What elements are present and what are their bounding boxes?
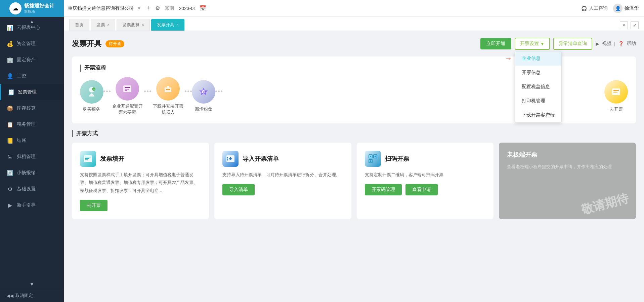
sidebar-item-inventory[interactable]: 📦 库存核算 bbox=[0, 100, 64, 116]
overlay-text: 敬请期待 bbox=[579, 190, 631, 219]
dropdown-item-tax-disk[interactable]: 配置税盘信息 bbox=[515, 80, 561, 94]
settings-icon[interactable]: ⚙ bbox=[155, 5, 160, 11]
close-tab-btn[interactable]: × bbox=[620, 21, 628, 29]
help-area: ▶ 视频 | ❓ 帮助 bbox=[596, 41, 636, 47]
sidebar-label-fixed-assets: 固定资产 bbox=[17, 57, 36, 63]
svg-rect-8 bbox=[166, 89, 168, 90]
import-method-desc: 支持导入待开票清单，可对待开票清单进行拆分、合并处理。 bbox=[222, 171, 343, 179]
fill-invoice-btn[interactable]: 去开票 bbox=[80, 200, 108, 211]
sidebar-label-archive: 归档管理 bbox=[17, 154, 36, 160]
settings-dropdown-arrow: ▼ bbox=[540, 41, 545, 46]
consult-btn[interactable]: 🎧 人工咨询 bbox=[581, 5, 608, 11]
scan-method-desc: 支持定制开票二维码，客户端可扫码开票 bbox=[365, 171, 486, 179]
flow-dots-3 bbox=[185, 90, 192, 102]
sidebar-scroll-up[interactable]: ▲ bbox=[0, 17, 64, 20]
status-badge: 待开通 bbox=[105, 40, 124, 47]
basic-settings-icon: ⚙ bbox=[7, 186, 13, 192]
dropdown-label-company-info: 企业信息 bbox=[522, 55, 541, 61]
page-actions: 立即开通 开票设置 ▼ 企业信息 开票信息 bbox=[480, 38, 636, 50]
sidebar-label-fund: 资金管理 bbox=[17, 41, 36, 47]
boss-method-header: 老板端开票 bbox=[507, 151, 628, 159]
settings-btn-wrapper: 开票设置 ▼ 企业信息 开票信息 配置税盘信息 bbox=[515, 38, 550, 50]
page-header-row: 发票开具 待开通 立即开通 开票设置 ▼ 企业信息 bbox=[72, 38, 636, 50]
import-invoice-icon bbox=[222, 151, 239, 167]
flow-step-go: 去开票 bbox=[604, 80, 628, 112]
page-title: 发票开具 bbox=[72, 39, 101, 49]
settings-btn[interactable]: 开票设置 ▼ bbox=[515, 38, 550, 50]
maximize-btn[interactable]: ⤢ bbox=[631, 21, 639, 29]
scan-code-btn[interactable]: 开票码管理 bbox=[365, 184, 402, 195]
cancel-fixed-btn[interactable]: ◀◀ 取消固定 bbox=[0, 289, 64, 302]
tab-invoice-open-close[interactable]: × bbox=[176, 23, 179, 27]
flow-step-taxdisk: 税 新增税盘 bbox=[192, 80, 215, 112]
tab-invoice-close[interactable]: × bbox=[107, 23, 110, 27]
flow-step-setup-label: 企业开通配置开票六要素 bbox=[111, 103, 144, 115]
dropdown-item-invoice-info[interactable]: 开票信息 bbox=[515, 66, 561, 80]
enable-btn[interactable]: 立即开通 bbox=[480, 38, 511, 49]
tab-invoice[interactable]: 发票 × bbox=[91, 19, 115, 31]
sidebar-label-payroll: 工资 bbox=[17, 73, 26, 79]
tab-home[interactable]: 首页 bbox=[69, 19, 89, 31]
calendar-icon[interactable]: 📅 bbox=[200, 5, 206, 11]
svg-rect-10 bbox=[167, 86, 169, 88]
tab-invoice-open[interactable]: 发票开具 × bbox=[151, 19, 184, 31]
sidebar-label-cloud-report: 云报表中心 bbox=[17, 25, 40, 31]
scroll-down-btn[interactable]: ▼ bbox=[0, 279, 64, 289]
sidebar: ▲ 📊 云报表中心 💰 资金管理 🏢 固定资产 👤 工资 🧾 发票管理 📦 库存… bbox=[0, 17, 64, 302]
methods-section-title: 开票方式 bbox=[72, 130, 636, 137]
buy-service-icon: + bbox=[80, 80, 103, 104]
user-area[interactable]: 👤 徐泽华 bbox=[613, 4, 639, 13]
sidebar-item-fund[interactable]: 💰 资金管理 bbox=[0, 36, 64, 52]
tab-invoice-open-label: 发票开具 bbox=[157, 22, 174, 28]
avatar: 👤 bbox=[613, 4, 622, 13]
flow-dots-2 bbox=[144, 90, 151, 102]
help-label[interactable]: 帮助 bbox=[627, 41, 636, 47]
add-tax-disk-icon: 税 bbox=[192, 80, 215, 104]
flow-step-buy-label: 购买服务 bbox=[83, 106, 100, 112]
tab-invoice-calc[interactable]: 发票测算 × bbox=[117, 19, 150, 31]
flow-step-go-label: 去开票 bbox=[610, 106, 623, 112]
sidebar-label-new-guide: 新手引导 bbox=[17, 202, 36, 208]
sidebar-label-inventory: 库存核算 bbox=[17, 105, 36, 111]
sidebar-item-invoice[interactable]: 🧾 发票管理 bbox=[0, 84, 64, 100]
separator: | bbox=[614, 41, 615, 46]
abnormal-btn[interactable]: 异常清单查询 bbox=[553, 38, 592, 50]
tax-icon: 📋 bbox=[7, 121, 13, 128]
settings-dropdown: 企业信息 开票信息 配置税盘信息 打印机管理 bbox=[515, 51, 562, 122]
add-btn[interactable]: + bbox=[144, 4, 152, 12]
flow-step-taxdisk-label: 新增税盘 bbox=[195, 106, 212, 112]
dropdown-item-printer[interactable]: 打印机管理 bbox=[515, 94, 561, 108]
tab-invoice-calc-close[interactable]: × bbox=[142, 23, 144, 27]
content-area: 首页 发票 × 发票测算 × 发票开具 × × ⤢ bbox=[64, 17, 644, 302]
svg-rect-7 bbox=[165, 87, 171, 92]
top-bar-right: 🎧 人工咨询 👤 徐泽华 bbox=[581, 4, 639, 13]
archive-icon: 🗂 bbox=[7, 153, 13, 160]
scan-method-title: 扫码开票 bbox=[385, 155, 409, 163]
sidebar-item-report-sales[interactable]: 🔄 小畅报销 bbox=[0, 165, 64, 181]
import-invoice-btn[interactable]: 导入清单 bbox=[222, 184, 255, 195]
view-application-btn[interactable]: 查看申请 bbox=[405, 184, 438, 195]
sidebar-item-archive[interactable]: 🗂 归档管理 bbox=[0, 149, 64, 165]
sidebar-item-new-guide[interactable]: ▶ 新手引导 bbox=[0, 197, 64, 213]
sidebar-item-fixed-assets[interactable]: 🏢 固定资产 bbox=[0, 52, 64, 68]
fill-method-desc: 支持按照发票样式手工填开发票；可开具增值税电子普通发票、增值税普通发票、增值税专… bbox=[80, 171, 201, 194]
svg-rect-9 bbox=[168, 89, 170, 90]
scan-invoice-icon bbox=[365, 151, 381, 167]
sidebar-item-cloud-report[interactable]: 📊 云报表中心 bbox=[0, 20, 64, 36]
fill-method-title: 发票填开 bbox=[100, 155, 124, 163]
sidebar-item-tax[interactable]: 📋 税务管理 bbox=[0, 116, 64, 133]
sidebar-item-basic-settings[interactable]: ⚙ 基础设置 bbox=[0, 181, 64, 197]
svg-text:税: 税 bbox=[203, 90, 206, 94]
top-bar-content: 重庆畅捷交通信息咨询有限公司 ▼ + ⚙ 账期 2023-01 📅 bbox=[62, 4, 577, 12]
sidebar-item-settlement[interactable]: 📒 结账 bbox=[0, 133, 64, 149]
sidebar-item-payroll[interactable]: 👤 工资 bbox=[0, 68, 64, 84]
video-label[interactable]: 视频 bbox=[602, 41, 611, 47]
svg-rect-26 bbox=[370, 156, 371, 157]
red-arrow-indicator: → bbox=[505, 54, 512, 63]
dropdown-item-download-client[interactable]: 下载开票客户端 bbox=[515, 108, 561, 122]
import-method-header: 导入开票清单 bbox=[222, 151, 343, 167]
company-dropdown-icon[interactable]: ▼ bbox=[137, 6, 141, 11]
dropdown-label-invoice-info: 开票信息 bbox=[522, 70, 541, 75]
period-label: 账期 bbox=[165, 5, 174, 11]
dropdown-item-company-info[interactable]: 企业信息 bbox=[515, 51, 561, 66]
